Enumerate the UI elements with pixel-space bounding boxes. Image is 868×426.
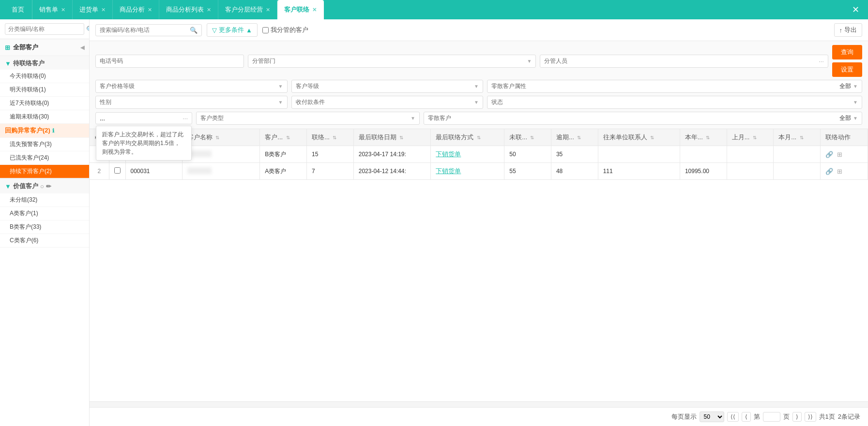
data-table: ⚙ 客户编码 ⇅ 客户名称 ⇅ xyxy=(90,129,868,180)
th-contact-person[interactable]: 往来单位联系人 ⇅ xyxy=(598,129,680,146)
sidebar-item-churn-warning[interactable]: 流失预警客户(3) xyxy=(0,138,89,151)
filter-row-1: 电话号码 分管部门 ▼ 分管人员 ··· 查询 设置 xyxy=(95,45,862,77)
th-uncontacted[interactable]: 未联... ⇅ xyxy=(504,129,551,146)
th-customer-level[interactable]: 客户... ⇅ xyxy=(260,129,307,146)
grid-icon-1[interactable]: ⊞ xyxy=(837,151,842,158)
filter-row-2: 客户价格等级 ▼ 客户等级 ▼ 零散客户属性 全部 ▼ xyxy=(95,80,862,93)
close-tab-customer-contact[interactable]: ✕ xyxy=(312,7,317,13)
sidebar-item-today-pending[interactable]: 今天待联络(0) xyxy=(0,70,89,83)
more-conditions-btn[interactable]: ▽ 更多条件 ▲ xyxy=(207,23,258,37)
nav-tab-purchase[interactable]: 进货单 ✕ xyxy=(73,0,113,19)
dots-more-icon[interactable]: ··· xyxy=(183,115,188,122)
status-dropdown-icon[interactable]: ▼ xyxy=(853,100,858,105)
filter-phone[interactable]: 电话号码 xyxy=(95,55,244,68)
row-checkbox-2[interactable] xyxy=(109,163,125,180)
first-page-btn[interactable]: ⟨⟨ xyxy=(727,412,739,422)
th-overdue[interactable]: 逾期... ⇅ xyxy=(551,129,598,146)
retail-attr-dropdown-icon[interactable]: ▼ xyxy=(853,84,858,89)
sidebar-item-tomorrow-pending[interactable]: 明天待联络(1) xyxy=(0,83,89,97)
filter-status[interactable]: 状态 ▼ xyxy=(487,96,862,109)
sidebar-item-b-class[interactable]: B类客户(33) xyxy=(0,220,89,234)
sidebar-item-churned[interactable]: 已流失客户(24) xyxy=(0,151,89,165)
query-button[interactable]: 查询 xyxy=(832,45,862,59)
table-header-row: ⚙ 客户编码 ⇅ 客户名称 ⇅ xyxy=(90,129,868,146)
th-last-contact-date[interactable]: 最后联络日期 ⇅ xyxy=(353,129,431,146)
filter-branch-dept[interactable]: 分管部门 ▼ xyxy=(248,55,536,68)
link-icon-2[interactable]: 🔗 xyxy=(825,168,833,175)
th-action: 联络动作 xyxy=(821,129,868,146)
row-code-2[interactable]: 000031 xyxy=(125,163,182,180)
grid-icon-2[interactable]: ⊞ xyxy=(837,168,842,175)
filter-branch-person[interactable]: 分管人员 ··· xyxy=(540,55,828,68)
row-last-method-2[interactable]: 下销货单 xyxy=(431,163,504,180)
nav-tab-product-list[interactable]: 商品分析列表 ✕ xyxy=(159,0,218,19)
filter-row-3: 性别 ▼ 收付款条件 ▼ 状态 ▼ xyxy=(95,96,862,109)
horizontal-scrollbar[interactable] xyxy=(90,401,868,407)
sidebar-item-overdue[interactable]: 逾期未联络(30) xyxy=(0,110,89,124)
close-tab-product-list[interactable]: ✕ xyxy=(207,7,211,13)
customer-type-dropdown-icon[interactable]: ▼ xyxy=(411,116,415,121)
row-level-2: A类客户 xyxy=(260,163,307,180)
phone-input[interactable] xyxy=(125,58,240,64)
sidebar-item-declining[interactable]: 持续下滑客户(2) xyxy=(0,165,89,178)
sidebar-search-input[interactable] xyxy=(5,23,84,35)
branch-person-more-icon[interactable]: ··· xyxy=(819,58,824,65)
per-page-select[interactable]: 50 100 200 xyxy=(700,411,724,422)
sidebar-item-c-class[interactable]: C类客户(6) xyxy=(0,234,89,248)
gender-dropdown-icon[interactable]: ▼ xyxy=(278,100,283,105)
filter-dots[interactable]: ... ··· 距客户上次交易时长，超过了此客户的平均交易周期的1.5倍，则视为… xyxy=(95,112,192,124)
main-search-icon[interactable]: 🔍 xyxy=(190,27,198,34)
sidebar-item-ungroup[interactable]: 未分组(32) xyxy=(0,193,89,207)
my-customers-checkbox-wrap[interactable]: 我分管的客户 xyxy=(262,26,308,34)
close-tab-purchase[interactable]: ✕ xyxy=(101,7,106,13)
sidebar-item-a-class[interactable]: A类客户(1) xyxy=(0,207,89,220)
th-contact-count[interactable]: 联络... ⇅ xyxy=(307,129,354,146)
filter-customer-type[interactable]: 客户类型 ▼ xyxy=(196,112,420,125)
current-page-input[interactable]: 1 xyxy=(763,412,780,422)
close-tab-product-analysis[interactable]: ✕ xyxy=(148,7,152,13)
link-icon-1[interactable]: 🔗 xyxy=(825,151,833,158)
th-last-contact-method[interactable]: 最后联络方式 ⇅ xyxy=(431,129,504,146)
branch-dept-dropdown-icon[interactable]: ▼ xyxy=(527,59,532,64)
nav-tab-customer-tier[interactable]: 客户分层经营 ✕ xyxy=(218,0,277,19)
edit-icon[interactable]: ✏ xyxy=(46,183,51,190)
nav-tab-product-analysis[interactable]: 商品分析 ✕ xyxy=(113,0,159,19)
circle-icon[interactable]: ○ xyxy=(40,183,44,190)
th-this-year[interactable]: 本年... ⇅ xyxy=(680,129,727,146)
filter-price-level[interactable]: 客户价格等级 ▼ xyxy=(95,80,288,93)
nav-home[interactable]: 首页 xyxy=(4,0,32,19)
filter-retail-attr[interactable]: 零散客户属性 全部 ▼ xyxy=(487,80,862,93)
sidebar-item-repurchase-abnormal[interactable]: 回购异常客户(2) ℹ xyxy=(0,124,89,138)
next-page-btn[interactable]: ⟩ xyxy=(792,412,802,422)
nav-tab-sales[interactable]: 销售单 ✕ xyxy=(32,0,73,19)
sidebar-item-week-pending[interactable]: 近7天待联络(0) xyxy=(0,97,89,110)
filter-gender[interactable]: 性别 ▼ xyxy=(95,96,288,109)
row-name-2[interactable] xyxy=(182,163,260,180)
th-this-month[interactable]: 本月... ⇅ xyxy=(774,129,821,146)
filter-customer-level[interactable]: 客户等级 ▼ xyxy=(291,80,484,93)
close-window-button[interactable]: ✕ xyxy=(847,4,864,15)
prev-page-btn[interactable]: ⟨ xyxy=(742,412,751,422)
retail-customer-dropdown-icon[interactable]: ▼ xyxy=(853,116,858,121)
filter-payment-terms[interactable]: 收付款条件 ▼ xyxy=(291,96,484,109)
th-customer-name[interactable]: 客户名称 ⇅ xyxy=(182,129,260,146)
last-page-btn[interactable]: ⟩⟩ xyxy=(805,412,816,422)
close-tab-customer-tier[interactable]: ✕ xyxy=(266,7,270,13)
th-last-month[interactable]: 上月... ⇅ xyxy=(727,129,774,146)
export-button[interactable]: ↑ 导出 xyxy=(834,23,863,37)
nav-tab-customer-contact[interactable]: 客户联络 ✕ xyxy=(277,0,324,19)
customer-level-dropdown-icon[interactable]: ▼ xyxy=(474,84,479,89)
payment-dropdown-icon[interactable]: ▼ xyxy=(474,100,479,105)
close-tab-sales[interactable]: ✕ xyxy=(61,7,65,13)
row-last-method-1[interactable]: 下销货单 xyxy=(431,146,504,163)
price-level-dropdown-icon[interactable]: ▼ xyxy=(278,84,283,89)
collapse-sidebar-btn[interactable]: ◀ xyxy=(80,44,84,51)
info-icon[interactable]: ℹ xyxy=(52,128,54,134)
main-search-input[interactable] xyxy=(100,27,187,33)
row-name-1[interactable] xyxy=(182,146,260,163)
filter-retail-customer[interactable]: 零散客户 全部 ▼ xyxy=(424,112,862,125)
settings-button[interactable]: 设置 xyxy=(832,62,862,77)
row-uncontacted-1: 50 xyxy=(504,146,551,163)
sidebar-search-icon[interactable]: 🔍 xyxy=(86,26,90,33)
my-customers-checkbox[interactable] xyxy=(262,27,269,33)
